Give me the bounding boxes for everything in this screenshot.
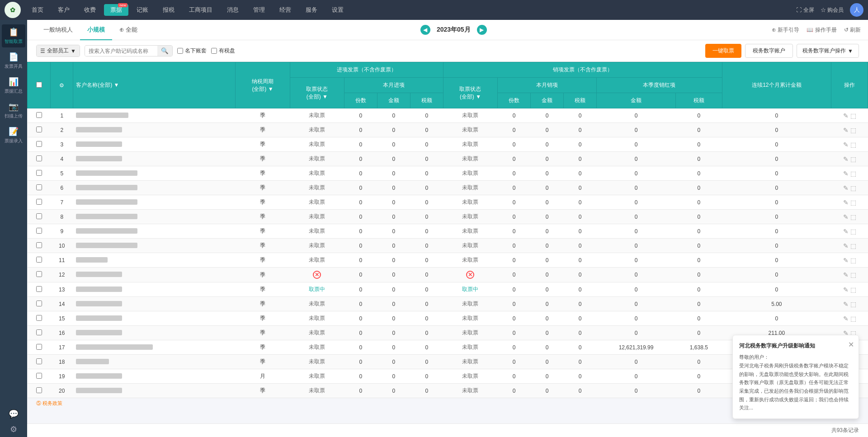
nav-item-manage[interactable]: 管理 — [247, 4, 271, 16]
copy-icon-1[interactable]: ⬚ — [850, 127, 856, 134]
manual-btn[interactable]: 📖 操作手册 — [807, 26, 836, 34]
search-button[interactable]: 🔍 — [157, 46, 172, 56]
name-account-check[interactable] — [177, 48, 183, 54]
row-checkbox-8[interactable] — [36, 228, 42, 234]
copy-icon-7[interactable]: ⬚ — [850, 213, 856, 221]
copy-icon-10[interactable]: ⬚ — [850, 257, 856, 264]
edit-icon-8[interactable]: ✎ — [843, 228, 849, 235]
copy-icon-14[interactable]: ⬚ — [850, 315, 856, 322]
edit-icon-3[interactable]: ✎ — [843, 155, 849, 163]
row-checkbox-13[interactable] — [36, 301, 42, 306]
nav-item-home[interactable]: 首页 — [25, 4, 50, 16]
copy-icon-2[interactable]: ⬚ — [850, 141, 856, 148]
copy-icon-3[interactable]: ⬚ — [850, 155, 856, 163]
edit-icon-1[interactable]: ✎ — [843, 127, 849, 134]
nav-item-settings[interactable]: 设置 — [326, 4, 350, 16]
sidebar-item-summary[interactable]: 📊 票据汇总 — [2, 74, 25, 97]
row-checkbox-11[interactable] — [36, 271, 42, 277]
row-checkbox-0[interactable] — [36, 112, 42, 118]
row-checkbox-17[interactable] — [36, 358, 42, 364]
nav-item-message[interactable]: 消息 — [221, 4, 245, 16]
next-month-btn[interactable]: ▶ — [477, 25, 487, 35]
nav-item-client[interactable]: 客户 — [52, 4, 76, 16]
nav-item-service[interactable]: 服务 — [299, 4, 324, 16]
cell-check — [28, 326, 51, 340]
vip-btn[interactable]: ☆ 购会员 — [821, 6, 844, 14]
row-checkbox-10[interactable] — [36, 257, 42, 263]
search-input[interactable] — [85, 46, 157, 56]
cell-name: ████████████ — [73, 369, 236, 384]
edit-icon-2[interactable]: ✎ — [843, 141, 849, 148]
name-account-checkbox[interactable]: 名下账套 — [177, 47, 207, 55]
one-click-ticket-btn[interactable]: 一键取票 — [705, 44, 741, 58]
cell-in-count: 0 — [344, 224, 377, 239]
copy-icon-0[interactable]: ⬚ — [850, 112, 856, 119]
row-checkbox-6[interactable] — [36, 199, 42, 205]
tab-general[interactable]: 一般纳税人 — [36, 20, 80, 40]
row-checkbox-3[interactable] — [36, 155, 42, 161]
nav-item-fee[interactable]: 收费 — [78, 4, 102, 16]
prev-month-btn[interactable]: ◀ — [420, 25, 430, 35]
select-all-checkbox[interactable] — [36, 82, 42, 88]
edit-icon-9[interactable]: ✎ — [843, 242, 849, 249]
row-checkbox-2[interactable] — [36, 141, 42, 147]
sidebar-item-invoice-open[interactable]: 📄 发票开具 — [2, 49, 25, 72]
copy-icon-11[interactable]: ⬚ — [850, 271, 856, 278]
row-checkbox-16[interactable] — [36, 344, 42, 350]
row-checkbox-1[interactable] — [36, 127, 42, 132]
sidebar-item-chat[interactable]: 💬 — [2, 406, 25, 422]
row-checkbox-5[interactable] — [36, 184, 42, 190]
row-checkbox-15[interactable] — [36, 329, 42, 335]
sidebar-item-smart-ticket[interactable]: 📋 智能取票 — [2, 24, 25, 47]
tax-disk-checkbox[interactable]: 有税盘 — [211, 47, 235, 55]
row-checkbox-18[interactable] — [36, 373, 42, 379]
refresh-btn[interactable]: ↺ 刷新 — [844, 26, 861, 34]
edit-icon-6[interactable]: ✎ — [843, 199, 849, 206]
cell-in-amt: 0 — [377, 224, 410, 239]
nav-item-invoice[interactable]: 票据 new — [104, 4, 128, 16]
copy-icon-5[interactable]: ⬚ — [850, 184, 856, 192]
sub-nav-right: ⊕ 新手引导 📖 操作手册 ↺ 刷新 — [772, 26, 868, 34]
copy-icon-6[interactable]: ⬚ — [850, 199, 856, 206]
nav-item-tax[interactable]: 报税 — [156, 4, 181, 16]
out-status-error: ✕ — [466, 271, 474, 279]
sidebar-item-config[interactable]: ⚙ — [2, 422, 25, 437]
tax-disk-check[interactable] — [211, 48, 217, 54]
fullscreen-btn[interactable]: ⛶ 全屏 — [796, 6, 814, 14]
edit-icon-11[interactable]: ✎ — [843, 271, 849, 278]
employee-select-left[interactable]: ☰ 全部员工 ▼ — [37, 45, 80, 56]
edit-icon-0[interactable]: ✎ — [843, 112, 849, 119]
avatar[interactable]: 人 — [850, 3, 863, 17]
tab-small[interactable]: 小规模 — [80, 20, 112, 40]
sidebar-item-scan[interactable]: 📷 扫描上传 — [2, 99, 25, 122]
notification-close-btn[interactable]: ✕ — [848, 339, 854, 351]
edit-icon-4[interactable]: ✎ — [843, 170, 849, 177]
cell-num: 7 — [51, 195, 73, 210]
edit-icon-13[interactable]: ✎ — [843, 301, 849, 308]
edit-icon-7[interactable]: ✎ — [843, 213, 849, 221]
nav-item-business[interactable]: 工商项目 — [183, 4, 219, 16]
copy-icon-9[interactable]: ⬚ — [850, 242, 856, 249]
edit-icon-12[interactable]: ✎ — [843, 286, 849, 293]
edit-icon-14[interactable]: ✎ — [843, 315, 849, 322]
row-checkbox-19[interactable] — [36, 387, 42, 393]
copy-icon-13[interactable]: ⬚ — [850, 301, 856, 308]
tab-all[interactable]: ⊕ 全能 — [112, 20, 145, 40]
nav-item-operate[interactable]: 经营 — [273, 4, 297, 16]
row-checkbox-14[interactable] — [36, 315, 42, 321]
tax-digital-account-dropdown[interactable]: 税务数字账户操作 ▼ — [797, 44, 859, 58]
row-checkbox-4[interactable] — [36, 170, 42, 176]
copy-icon-8[interactable]: ⬚ — [850, 228, 856, 235]
sidebar-item-entry[interactable]: 📝 票据录入 — [2, 124, 25, 147]
copy-icon-12[interactable]: ⬚ — [850, 286, 856, 293]
edit-icon-10[interactable]: ✎ — [843, 257, 849, 264]
edit-icon-5[interactable]: ✎ — [843, 184, 849, 192]
row-checkbox-7[interactable] — [36, 213, 42, 219]
tax-digital-account-btn[interactable]: 税务数字账户 — [745, 44, 793, 58]
nav-item-ledger[interactable]: 记账 — [130, 4, 155, 16]
employee-select[interactable]: ☰ 全部员工 ▼ — [36, 45, 80, 57]
row-checkbox-12[interactable] — [36, 286, 42, 292]
guide-btn[interactable]: ⊕ 新手引导 — [772, 26, 799, 34]
row-checkbox-9[interactable] — [36, 242, 42, 248]
copy-icon-4[interactable]: ⬚ — [850, 170, 856, 177]
